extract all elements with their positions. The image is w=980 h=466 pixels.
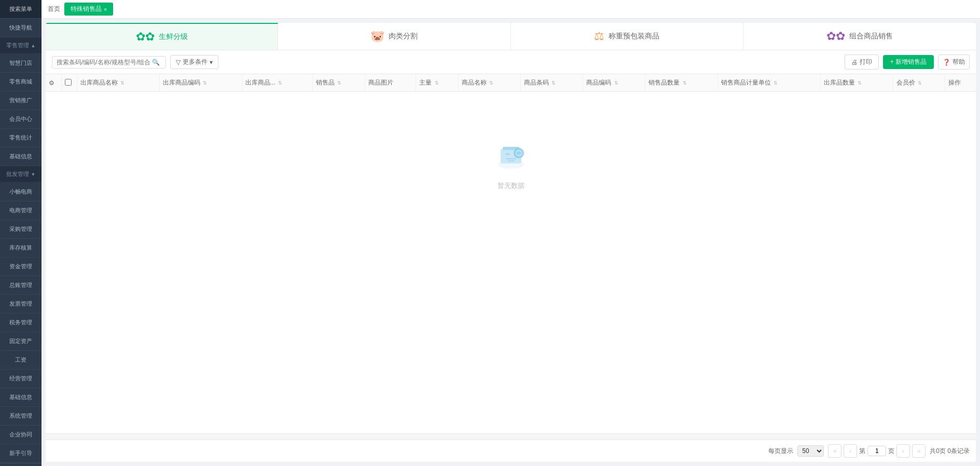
sidebar-item-purchase-mgmt[interactable]: 采购管理 bbox=[0, 220, 42, 239]
th-member-price[interactable]: 会员价 ⇅ bbox=[893, 74, 945, 92]
sidebar-item-retail-stats[interactable]: 零售统计 bbox=[0, 129, 42, 147]
svg-rect-5 bbox=[506, 158, 516, 159]
sidebar-item-label: 批发管理 bbox=[6, 170, 29, 178]
topbar-active-tab[interactable]: 特殊销售品 × bbox=[64, 3, 113, 16]
sidebar-item-label: 固定资产 bbox=[9, 337, 32, 345]
chevron-icon: ▼ bbox=[31, 172, 36, 177]
meat-cut-icon: 🐷 bbox=[370, 30, 384, 43]
first-page-icon: « bbox=[833, 448, 836, 454]
next-page-icon: › bbox=[902, 448, 904, 454]
first-page-button[interactable]: « bbox=[828, 444, 841, 458]
add-label: + 新增销售品 bbox=[890, 58, 927, 66]
sidebar-item-capital-mgmt[interactable]: 资金管理 bbox=[0, 257, 42, 276]
th-out-product-code[interactable]: 出库商品编码 ⇅ bbox=[159, 74, 242, 92]
filter-button[interactable]: ▽ 更多条件 ▾ bbox=[170, 55, 218, 69]
tab-weight-pack[interactable]: ⚖ 称重预包装商品 bbox=[511, 23, 743, 50]
page-label-before: 第 bbox=[859, 447, 865, 456]
sort-icon: ⇅ bbox=[337, 80, 341, 86]
th-sale-qty[interactable]: 销售品数量 ⇅ bbox=[645, 74, 718, 92]
sidebar-item-system-mgmt[interactable]: 系统管理 bbox=[0, 407, 42, 426]
sidebar-item-label: 总账管理 bbox=[9, 281, 32, 289]
page-number-input[interactable] bbox=[867, 446, 886, 456]
sidebar-item-quick-nav[interactable]: 快捷导航 bbox=[0, 19, 42, 37]
sort-icon: ⇅ bbox=[614, 80, 618, 86]
sidebar-logo[interactable]: 搜索菜单 bbox=[0, 0, 42, 19]
search-box[interactable]: 🔍 bbox=[52, 56, 166, 68]
fresh-grade-icon: ✿✿ bbox=[136, 30, 155, 44]
sidebar-item-ecom-mgmt[interactable]: 电商管理 bbox=[0, 201, 42, 220]
help-icon: ❓ bbox=[943, 59, 950, 66]
sidebar-item-wholesale-mgmt[interactable]: 批发管理 ▼ bbox=[0, 166, 42, 183]
sidebar-item-fixed-assets[interactable]: 固定资产 bbox=[0, 332, 42, 351]
sidebar-item-ops-mgmt[interactable]: 经营管理 bbox=[0, 369, 42, 388]
horizontal-scrollbar[interactable] bbox=[46, 433, 976, 440]
next-page-button[interactable]: › bbox=[896, 444, 910, 458]
data-table: ⚙ 出库商品名称 ⇅ 出库商品编码 ⇅ 出库商品 bbox=[46, 74, 976, 232]
sidebar: 搜索菜单 快捷导航 零售管理 ▲ 智慧门店 零售商城 营销推广 会员中心 零售统… bbox=[0, 0, 42, 466]
th-main-weight[interactable]: 主量 ⇅ bbox=[416, 74, 458, 92]
sidebar-item-invoice-mgmt[interactable]: 发票管理 bbox=[0, 295, 42, 313]
sort-icon: ⇅ bbox=[683, 80, 687, 86]
settings-button[interactable]: ⚙ bbox=[0, 463, 42, 466]
sidebar-item-enterprise-coop[interactable]: 企业协同 bbox=[0, 426, 42, 444]
select-all-checkbox[interactable] bbox=[65, 79, 72, 86]
help-button[interactable]: ❓ 帮助 bbox=[938, 54, 970, 70]
close-tab-button[interactable]: × bbox=[104, 6, 107, 12]
sidebar-item-basic-info2[interactable]: 基础信息 bbox=[0, 388, 42, 407]
sidebar-item-sales-promo[interactable]: 营销推广 bbox=[0, 91, 42, 110]
tab-fresh-grade[interactable]: ✿✿ 生鲜分级 bbox=[46, 23, 278, 50]
th-out-product-info[interactable]: 出库商品... ⇅ bbox=[242, 74, 312, 92]
sidebar-item-label: 库存核算 bbox=[9, 244, 32, 252]
th-checkbox[interactable] bbox=[61, 74, 77, 92]
sidebar-item-label: 基础信息 bbox=[9, 393, 32, 401]
sidebar-item-general-ledger[interactable]: 总账管理 bbox=[0, 276, 42, 295]
sidebar-item-label: 企业协同 bbox=[9, 431, 32, 438]
print-button[interactable]: 🖨 打印 bbox=[845, 54, 879, 70]
sidebar-item-wages[interactable]: 工资 bbox=[0, 351, 42, 369]
sidebar-item-label: 智慧门店 bbox=[9, 59, 32, 67]
search-input[interactable] bbox=[57, 59, 150, 66]
tab-meat-cut[interactable]: 🐷 肉类分割 bbox=[278, 23, 510, 50]
th-sale-product[interactable]: 销售品 ⇅ bbox=[312, 74, 365, 92]
sidebar-item-tax-mgmt[interactable]: 税务管理 bbox=[0, 313, 42, 332]
sidebar-item-label: 零售商城 bbox=[9, 78, 32, 86]
last-page-button[interactable]: » bbox=[912, 444, 926, 458]
empty-icon bbox=[490, 133, 532, 175]
sidebar-item-label: 电商管理 bbox=[9, 207, 32, 214]
sidebar-item-label: 小畅电商 bbox=[9, 188, 32, 196]
sidebar-item-member-center[interactable]: 会员中心 bbox=[0, 110, 42, 129]
th-gear[interactable]: ⚙ bbox=[46, 74, 61, 92]
sidebar-item-retail-mgmt[interactable]: 零售管理 ▲ bbox=[0, 37, 42, 54]
sidebar-item-label: 发票管理 bbox=[9, 300, 32, 308]
per-page-select[interactable]: 10 20 50 100 bbox=[797, 445, 824, 457]
th-product-name[interactable]: 商品名称 ⇅ bbox=[458, 74, 520, 92]
search-icon: 🔍 bbox=[152, 59, 160, 66]
th-sale-unit[interactable]: 销售商品计量单位 ⇅ bbox=[718, 74, 821, 92]
add-sale-item-button[interactable]: + 新增销售品 bbox=[883, 55, 934, 69]
filter-icon: ▽ bbox=[176, 59, 181, 66]
sidebar-item-retail-mall[interactable]: 零售商城 bbox=[0, 73, 42, 91]
sidebar-search-label: 搜索菜单 bbox=[9, 5, 32, 13]
th-out-product-name[interactable]: 出库商品名称 ⇅ bbox=[77, 74, 159, 92]
sort-icon: ⇅ bbox=[551, 80, 556, 86]
sidebar-item-basic-info[interactable]: 基础信息 bbox=[0, 147, 42, 166]
table-container: ⚙ 出库商品名称 ⇅ 出库商品编码 ⇅ 出库商品 bbox=[46, 74, 976, 433]
page-total: 共0页 0条记录 bbox=[930, 447, 970, 456]
pagination-bar: 每页显示 10 20 50 100 « ‹ 第 页 › bbox=[46, 440, 976, 462]
sidebar-item-mini-ecom[interactable]: 小畅电商 bbox=[0, 183, 42, 201]
svg-rect-6 bbox=[507, 160, 515, 161]
sidebar-item-smart-store[interactable]: 智慧门店 bbox=[0, 54, 42, 73]
th-product-barcode[interactable]: 商品条码 ⇅ bbox=[521, 74, 583, 92]
sidebar-item-label: 零售管理 bbox=[6, 42, 29, 49]
prev-page-button[interactable]: ‹ bbox=[844, 444, 857, 458]
sidebar-item-newbie-guide[interactable]: 新手引导 bbox=[0, 444, 42, 463]
topbar-home[interactable]: 首页 bbox=[48, 5, 60, 13]
sidebar-item-label: 经营管理 bbox=[9, 375, 32, 382]
sidebar-item-label: 资金管理 bbox=[9, 263, 32, 270]
th-product-code[interactable]: 商品编码 ⇅ bbox=[583, 74, 645, 92]
print-label: 打印 bbox=[860, 58, 872, 66]
tab-label: 特殊销售品 bbox=[71, 5, 102, 13]
th-out-qty[interactable]: 出库品数量 ⇅ bbox=[820, 74, 893, 92]
sidebar-item-inventory-calc[interactable]: 库存核算 bbox=[0, 239, 42, 257]
tab-combo-sales[interactable]: ✿✿ 组合商品销售 bbox=[743, 23, 976, 50]
